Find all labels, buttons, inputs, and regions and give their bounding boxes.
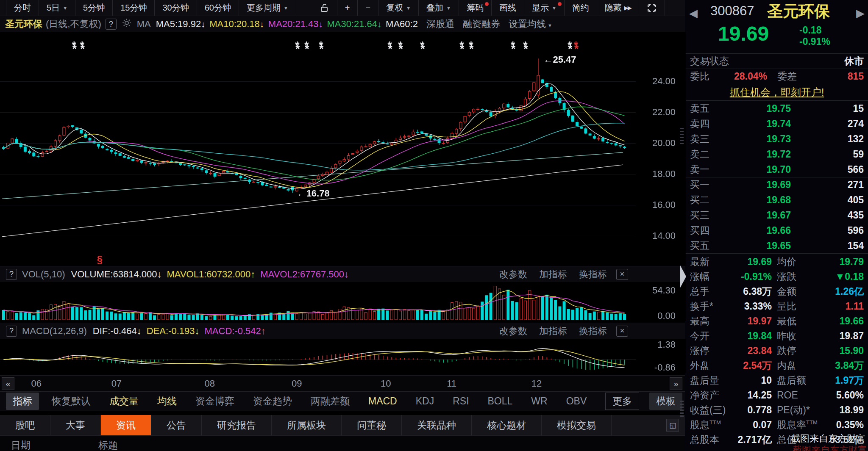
ma-value-label: MA10:20.18↓ xyxy=(209,19,264,30)
nav-tab-研究报告[interactable]: 研究报告 xyxy=(202,415,272,435)
nav-tab-资讯[interactable]: 资讯 xyxy=(101,415,151,435)
indicator-tab-资金趋势[interactable]: 资金趋势 xyxy=(253,395,292,408)
close-icon[interactable]: × xyxy=(616,326,628,337)
stat-label: 金额 xyxy=(777,285,796,298)
stat-row: 外盘2.54万内盘3.84万 xyxy=(686,358,868,373)
indicator-tab-模板[interactable]: 模板 xyxy=(649,393,682,410)
period-button-5日[interactable]: 5日▼ xyxy=(39,0,75,16)
indicator-tab-MACD[interactable]: MACD xyxy=(368,396,397,407)
divider-grip-top[interactable] xyxy=(680,127,684,144)
gear-icon[interactable] xyxy=(122,18,132,30)
tool-button-−[interactable]: − xyxy=(358,0,378,16)
indicator-tab-指标[interactable]: 指标 xyxy=(6,393,39,410)
indicator-tab-恢复默认[interactable]: 恢复默认 xyxy=(52,395,91,408)
pane-action-换指标[interactable]: 换指标 xyxy=(579,268,607,281)
timeline-next-button[interactable]: » xyxy=(670,377,682,390)
indicator-tab-BOLL[interactable]: BOLL xyxy=(488,396,513,407)
help-icon[interactable]: ? xyxy=(106,19,117,30)
period-button-分时[interactable]: 分时 xyxy=(6,0,39,16)
month-label: 10 xyxy=(381,378,391,389)
volume-canvas[interactable] xyxy=(0,282,685,321)
tool-button-筹码[interactable]: 筹码 xyxy=(459,0,492,16)
ask-row[interactable]: 卖五19.7515 xyxy=(686,101,868,116)
help-icon[interactable]: ? xyxy=(6,326,17,337)
timeline-prev-button[interactable]: « xyxy=(2,377,14,390)
indicator-tab-成交量[interactable]: 成交量 xyxy=(109,395,139,408)
tool-button-简约[interactable]: 简约 xyxy=(565,0,597,16)
stat-label: 最新 xyxy=(690,255,709,268)
panel-collapse-arrow[interactable] xyxy=(680,265,686,288)
candlestick-canvas[interactable] xyxy=(0,32,685,266)
pane-action-换指标[interactable]: 换指标 xyxy=(579,325,607,338)
bid-row[interactable]: 买五19.65154 xyxy=(686,238,868,253)
indicator-tab-资金博弈[interactable]: 资金博弈 xyxy=(195,395,234,408)
period-button-30分钟[interactable]: 30分钟 xyxy=(155,0,197,16)
indicator-tab-OBV[interactable]: OBV xyxy=(566,396,587,407)
level-label: 卖一 xyxy=(690,163,723,176)
nav-tab-大事[interactable]: 大事 xyxy=(50,415,101,435)
nav-tab-核心题材[interactable]: 核心题材 xyxy=(472,415,542,435)
indicator-tab-均线[interactable]: 均线 xyxy=(157,395,177,408)
help-icon[interactable]: ? xyxy=(6,269,17,280)
pane-action-加指标[interactable]: 加指标 xyxy=(539,268,567,281)
nav-tab-关联品种[interactable]: 关联品种 xyxy=(402,415,472,435)
tool-button-隐藏[interactable]: 隐藏▶▶ xyxy=(597,0,639,16)
open-account-banner[interactable]: 抓住机会，即刻开户! xyxy=(686,84,868,101)
ma-settings-link[interactable]: 设置均线▼ xyxy=(509,18,552,30)
bid-row[interactable]: 买四19.66596 xyxy=(686,223,868,238)
bid-row[interactable]: 买一19.69271 xyxy=(686,177,868,192)
nav-tab-问董秘[interactable]: 问董秘 xyxy=(342,415,402,435)
nav-tab-模拟交易[interactable]: 模拟交易 xyxy=(542,415,612,435)
tool-button-叠加[interactable]: 叠加▼ xyxy=(419,0,459,16)
ask-row[interactable]: 卖四19.74274 xyxy=(686,116,868,131)
tool-button-画线[interactable]: 画线 xyxy=(492,0,524,16)
chart-link-深股通[interactable]: 深股通 xyxy=(426,18,454,30)
notification-dot xyxy=(485,2,489,6)
pane-action-改参数[interactable]: 改参数 xyxy=(499,268,527,281)
stat-label: ROE xyxy=(777,390,798,401)
stat-value: 19.66 xyxy=(839,315,864,327)
bid-row[interactable]: 买二19.68405 xyxy=(686,192,868,208)
ask-row[interactable]: 卖三19.73132 xyxy=(686,131,868,147)
ask-row[interactable]: 卖一19.70566 xyxy=(686,162,868,177)
close-icon[interactable]: × xyxy=(616,269,628,280)
bid-row[interactable]: 买三19.67435 xyxy=(686,208,868,223)
nav-tab-所属板块[interactable]: 所属板块 xyxy=(272,415,342,435)
status-value: 休市 xyxy=(844,55,864,68)
tool-button-+[interactable]: + xyxy=(337,0,358,16)
indicator-tab-两融差额[interactable]: 两融差额 xyxy=(311,395,350,408)
period-button-更多周期[interactable]: 更多周期▼ xyxy=(239,0,296,16)
ask-row[interactable]: 卖二19.7259 xyxy=(686,147,868,162)
axis-max-label: 54.30 xyxy=(652,285,676,296)
nav-tab-股吧[interactable]: 股吧 xyxy=(0,415,50,435)
pane-action-加指标[interactable]: 加指标 xyxy=(539,325,567,338)
weicha-label: 委差 xyxy=(777,70,797,83)
prev-stock-arrow[interactable]: ◀ xyxy=(689,7,698,20)
indicator-tab-WR[interactable]: WR xyxy=(531,396,547,407)
macd-canvas[interactable] xyxy=(0,339,685,374)
chart-link-融资融券[interactable]: 融资融券 xyxy=(463,18,500,30)
stat-value: ▼0.18 xyxy=(835,271,864,282)
stat-row: 涨幅-0.91%涨跌▼0.18 xyxy=(686,269,868,284)
popout-icon[interactable]: ◱ xyxy=(666,419,679,432)
trend-arrow-icon: ↑ xyxy=(250,269,255,279)
nav-tab-公告[interactable]: 公告 xyxy=(151,415,202,435)
indicator-tab-更多[interactable]: 更多 xyxy=(605,393,639,410)
chevron-down-icon: ▼ xyxy=(552,6,556,11)
tool-button-复权[interactable]: 复权▼ xyxy=(378,0,419,16)
price-axis-label: 24.00 xyxy=(652,76,676,87)
indicator-tab-KDJ[interactable]: KDJ xyxy=(416,396,434,407)
period-button-5分钟[interactable]: 5分钟 xyxy=(75,0,113,16)
next-stock-arrow[interactable]: ▶ xyxy=(856,7,865,20)
period-button-60分钟[interactable]: 60分钟 xyxy=(197,0,239,16)
divider-grip-bottom[interactable] xyxy=(680,400,684,417)
pane-action-改参数[interactable]: 改参数 xyxy=(499,325,527,338)
level-price: 19.67 xyxy=(723,210,791,221)
indicator-tab-RSI[interactable]: RSI xyxy=(453,396,469,407)
stat-value: 1.26亿 xyxy=(835,285,864,298)
tool-button-显示[interactable]: 显示▼ xyxy=(524,0,565,16)
lock-open-button[interactable] xyxy=(312,0,337,16)
fullscreen-button[interactable] xyxy=(639,0,665,16)
period-button-15分钟[interactable]: 15分钟 xyxy=(113,0,155,16)
period-label: 30分钟 xyxy=(162,2,189,14)
